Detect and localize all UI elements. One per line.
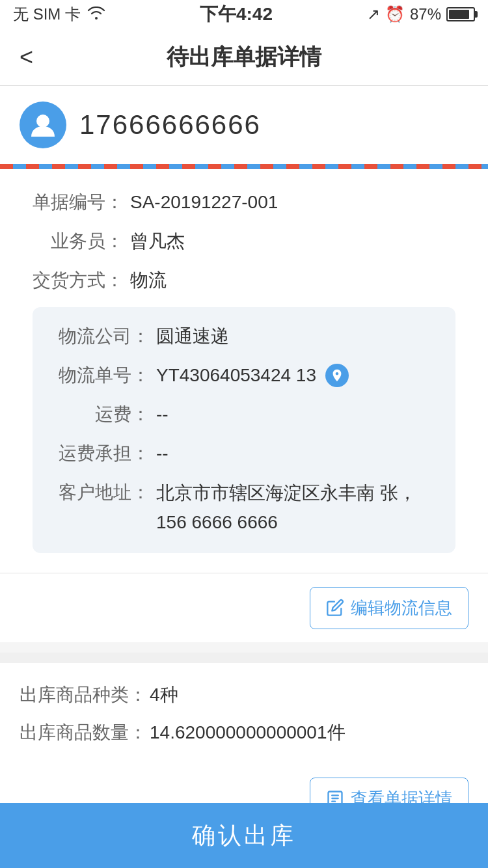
user-header: 17666666666 [0, 86, 488, 164]
svg-point-0 [36, 115, 49, 128]
delivery-method-value: 物流 [130, 267, 468, 294]
user-icon [29, 111, 57, 139]
delivery-method-row: 交货方式： 物流 [20, 267, 468, 294]
freight-bear-value: -- [156, 440, 442, 467]
address-value: 北京市市辖区海淀区永丰南 张，156 6666 6666 [156, 479, 442, 537]
status-bar-left: 无 SIM 卡 [13, 4, 105, 25]
goods-quantity-label: 出库商品数量： [20, 720, 150, 745]
logistics-company-row: 物流公司： 圆通速递 [46, 323, 442, 350]
goods-quantity-value: 14.620000000000001件 [150, 720, 346, 745]
status-bar: 无 SIM 卡 下午4:42 ↗ ⏰ 87% [0, 0, 488, 29]
freight-row: 运费： -- [46, 401, 442, 428]
user-phone: 17666666666 [79, 109, 261, 141]
edit-logistics-label: 编辑物流信息 [351, 597, 452, 619]
dashed-divider [0, 164, 488, 169]
battery-icon [446, 7, 475, 21]
logistics-company-value: 圆通速递 [156, 323, 442, 350]
goods-types-label: 出库商品种类： [20, 683, 150, 707]
nav-bar: < 待出库单据详情 [0, 29, 488, 86]
logistics-company-label: 物流公司： [46, 323, 150, 350]
section-separator [0, 653, 488, 663]
track-location-button[interactable] [325, 364, 349, 387]
freight-label: 运费： [46, 401, 150, 428]
battery-fill [449, 10, 469, 19]
logistics-card: 物流公司： 圆通速递 物流单号： YT43064053424 13 运费： --… [33, 307, 455, 553]
status-bar-time: 下午4:42 [200, 2, 273, 27]
carrier-label: 无 SIM 卡 [13, 4, 81, 25]
delivery-method-label: 交货方式： [20, 267, 124, 294]
order-no-row: 单据编号： SA-20191227-001 [20, 189, 468, 216]
basic-info-section: 单据编号： SA-20191227-001 业务员： 曾凡杰 交货方式： 物流 … [0, 169, 488, 573]
logistics-tracking-value: YT43064053424 13 [156, 362, 316, 389]
alarm-icon: ⏰ [385, 5, 405, 23]
map-pin-icon [330, 368, 344, 383]
goods-types-row: 出库商品种类： 4种 [20, 683, 468, 707]
battery-percent: 87% [410, 5, 441, 23]
wifi-icon [87, 5, 105, 23]
order-no-value: SA-20191227-001 [130, 189, 468, 216]
page-title: 待出库单据详情 [167, 42, 321, 72]
freight-bear-row: 运费承担： -- [46, 440, 442, 467]
goods-quantity-row: 出库商品数量： 14.620000000000001件 [20, 720, 468, 745]
back-button[interactable]: < [20, 44, 33, 71]
sales-person-label: 业务员： [20, 228, 124, 255]
freight-bear-label: 运费承担： [46, 440, 150, 467]
sales-person-value: 曾凡杰 [130, 228, 468, 255]
sales-person-row: 业务员： 曾凡杰 [20, 228, 468, 255]
edit-btn-container: 编辑物流信息 [0, 574, 488, 642]
avatar [20, 102, 66, 148]
logistics-tracking-row: 物流单号： YT43064053424 13 [46, 362, 442, 389]
address-label: 客户地址： [46, 479, 150, 506]
goods-section: 出库商品种类： 4种 出库商品数量： 14.620000000000001件 [0, 663, 488, 765]
goods-types-value: 4种 [150, 683, 178, 707]
status-bar-right: ↗ ⏰ 87% [367, 5, 475, 23]
location-status-icon: ↗ [367, 5, 380, 23]
edit-logistics-button[interactable]: 编辑物流信息 [310, 587, 468, 629]
address-row: 客户地址： 北京市市辖区海淀区永丰南 张，156 6666 6666 [46, 479, 442, 537]
confirm-btn-label: 确认出库 [192, 820, 296, 852]
freight-value: -- [156, 401, 442, 428]
edit-icon [326, 599, 344, 617]
logistics-tracking-container: YT43064053424 13 [150, 362, 349, 389]
logistics-tracking-label: 物流单号： [46, 362, 150, 389]
confirm-button[interactable]: 确认出库 [0, 803, 488, 868]
order-no-label: 单据编号： [20, 189, 124, 216]
